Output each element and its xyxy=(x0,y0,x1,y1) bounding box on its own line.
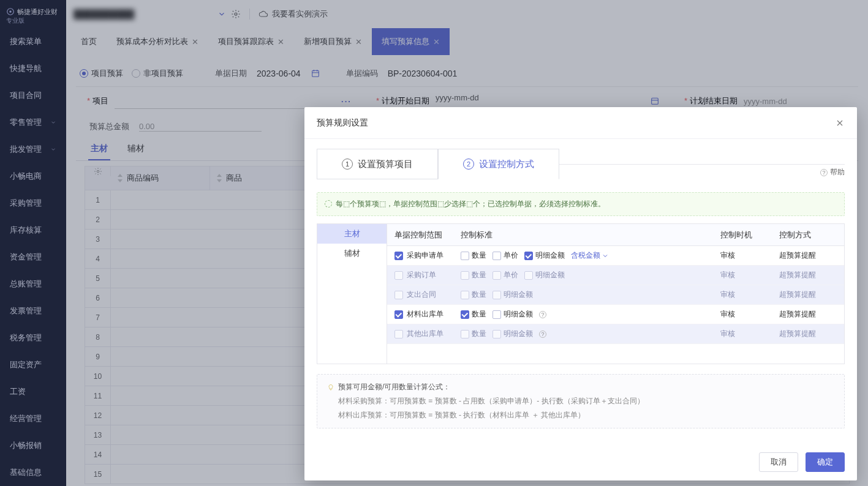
config-panel: 主材辅材 单据控制范围 控制标准 控制时机 控制方式 采购申请单数量单价明细金额… xyxy=(317,223,845,364)
cfg-row-checkbox[interactable] xyxy=(394,310,403,319)
cfg-opt-0-0[interactable]: 数量 xyxy=(461,250,486,261)
hint-box: 每⬚个预算项⬚，单据控制范围⬚少选择⬚个；已选控制单据，必须选择控制标准。 xyxy=(317,192,845,216)
cfg-row-mode: 超预算提醒 xyxy=(779,290,844,300)
col-control-mode: 控制方式 xyxy=(779,230,844,241)
cfg-opt-2-0[interactable]: 数量 xyxy=(461,290,486,300)
cfg-category-0[interactable]: 主材 xyxy=(317,224,387,244)
cfg-opt-1-0[interactable]: 数量 xyxy=(461,270,486,280)
cfg-opt-4-0[interactable]: 数量 xyxy=(461,329,486,339)
help-link[interactable]: ?帮助 xyxy=(820,167,845,178)
cfg-row-time: 审核 xyxy=(720,329,779,339)
cfg-row-2: 支出合同数量明细金额审核超预算提醒 xyxy=(387,285,844,305)
ok-button[interactable]: 确定 xyxy=(806,452,845,472)
col-control-time: 控制时机 xyxy=(720,230,779,241)
cfg-row-mode: 超预算提醒 xyxy=(779,270,844,280)
cfg-row-1: 采购订单数量单价明细金额审核超预算提醒 xyxy=(387,266,844,285)
checkbox-icon xyxy=(524,271,533,280)
budget-rule-modal: 预算规则设置 1设置预算项目 2设置控制方式 ?帮助 每⬚个预算项⬚，单据控制范… xyxy=(304,107,857,480)
hint-icon xyxy=(325,200,332,207)
hint-text: 每⬚个预算项⬚，单据控制范围⬚少选择⬚个；已选控制单据，必须选择控制标准。 xyxy=(336,200,605,208)
formula-line-2: 材料出库预算：可用预算数 = 预算数 - 执行数（材料出库单 ＋ 其他出库单） xyxy=(327,410,834,421)
col-control-standard: 控制标准 xyxy=(455,230,720,241)
cfg-row-checkbox[interactable] xyxy=(394,330,403,338)
bulb-icon xyxy=(327,384,334,391)
cfg-opt-1-2[interactable]: 明细金额 xyxy=(524,270,565,280)
cfg-row-0: 采购申请单数量单价明细金额含税金额审核超预算提醒 xyxy=(387,246,844,266)
config-category-list: 主材辅材 xyxy=(317,224,387,364)
cancel-button[interactable]: 取消 xyxy=(759,452,798,472)
formula-box: 预算可用金额/可用数量计算公式： 材料采购预算：可用预算数 = 预算数 - 占用… xyxy=(317,374,845,428)
cfg-row-name: 支出合同 xyxy=(407,290,436,300)
step-divider xyxy=(559,164,845,165)
cfg-row-checkbox[interactable] xyxy=(394,252,403,260)
cfg-row-3: 材料出库单数量明细金额?审核超预算提醒 xyxy=(387,305,844,324)
formula-line-1: 材料采购预算：可用预算数 = 预算数 - 占用数（采购申请单）- 执行数（采购订… xyxy=(327,396,834,406)
checkbox-icon xyxy=(461,291,469,299)
checkbox-icon xyxy=(461,252,469,260)
checkbox-icon xyxy=(492,310,501,319)
cfg-row-mode: 超预算提醒 xyxy=(779,329,844,339)
config-header: 单据控制范围 控制标准 控制时机 控制方式 xyxy=(387,224,844,246)
step-tab-2[interactable]: 2设置控制方式 xyxy=(438,149,559,179)
step-1-label: 设置预算项目 xyxy=(358,159,413,170)
cfg-row-name: 采购订单 xyxy=(407,270,436,280)
cfg-row-checkbox[interactable] xyxy=(394,271,403,280)
cfg-opt-2-1[interactable]: 明细金额 xyxy=(492,290,533,300)
checkbox-icon xyxy=(492,252,501,260)
cfg-opt-1-1[interactable]: 单价 xyxy=(492,270,518,280)
formula-title: 预算可用金额/可用数量计算公式： xyxy=(338,382,450,392)
checkbox-icon xyxy=(492,271,501,280)
cfg-row-name: 采购申请单 xyxy=(407,250,443,261)
cfg-extra-dropdown[interactable]: 含税金额 xyxy=(571,250,609,261)
cfg-opt-0-2[interactable]: 明细金额 xyxy=(524,250,565,261)
cfg-row-mode: 超预算提醒 xyxy=(779,309,844,320)
checkbox-icon xyxy=(492,291,501,299)
checkbox-icon xyxy=(461,330,469,338)
cfg-row-name: 其他出库单 xyxy=(407,329,443,339)
close-icon[interactable] xyxy=(835,118,845,128)
cfg-opt-3-0[interactable]: 数量 xyxy=(461,309,486,320)
info-icon[interactable]: ? xyxy=(539,311,546,318)
cfg-opt-3-1[interactable]: 明细金额 xyxy=(492,309,533,320)
chevron-down-icon xyxy=(602,252,609,260)
info-icon[interactable]: ? xyxy=(539,331,546,338)
cfg-category-1[interactable]: 辅材 xyxy=(317,244,387,263)
cfg-opt-0-1[interactable]: 单价 xyxy=(492,250,518,261)
checkbox-icon xyxy=(461,310,469,319)
step-2-label: 设置控制方式 xyxy=(479,159,534,170)
cfg-row-time: 审核 xyxy=(720,290,779,300)
cfg-opt-4-1[interactable]: 明细金额 xyxy=(492,329,533,339)
checkbox-icon xyxy=(492,330,501,338)
cfg-row-time: 审核 xyxy=(720,309,779,320)
cfg-row-time: 审核 xyxy=(720,250,779,261)
checkbox-icon xyxy=(524,252,533,260)
cfg-row-checkbox[interactable] xyxy=(394,291,403,299)
cfg-row-name: 材料出库单 xyxy=(407,309,443,320)
cfg-row-4: 其他出库单数量明细金额?审核超预算提醒 xyxy=(387,324,844,344)
cfg-row-mode: 超预算提醒 xyxy=(779,250,844,261)
cfg-row-time: 审核 xyxy=(720,270,779,280)
checkbox-icon xyxy=(461,271,469,280)
col-doc-scope: 单据控制范围 xyxy=(387,230,455,241)
modal-title: 预算规则设置 xyxy=(317,118,368,129)
